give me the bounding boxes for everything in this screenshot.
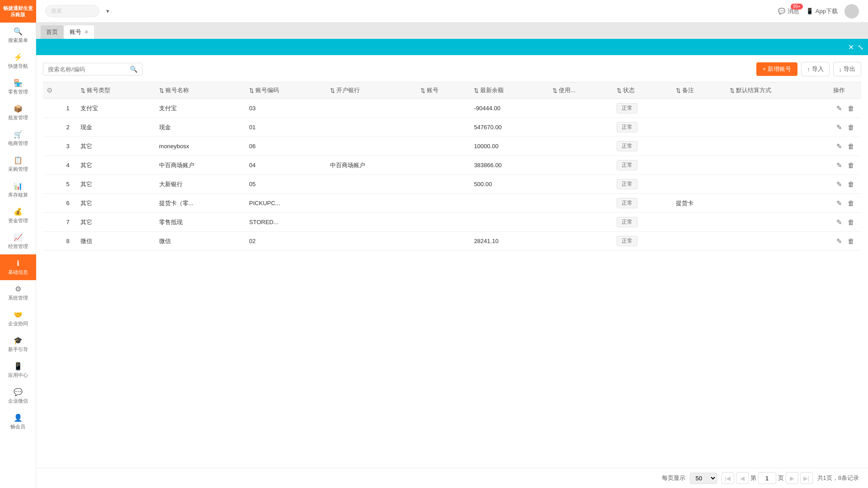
row-index-4: 4 bbox=[59, 156, 77, 175]
delete-btn-5[interactable]: 🗑 bbox=[846, 179, 856, 189]
sidebar-item-quicknav[interactable]: ⚡快捷导航 bbox=[0, 48, 36, 74]
col-usage-sort-icon: ⇅ bbox=[552, 87, 557, 94]
col-index-header bbox=[59, 82, 77, 99]
user-avatar[interactable] bbox=[844, 4, 859, 19]
row-account-6 bbox=[417, 194, 471, 213]
row-note-5 bbox=[672, 175, 726, 194]
col-settlement-sort-icon: ⇅ bbox=[730, 87, 735, 94]
tab-accounts-close[interactable]: ✕ bbox=[84, 29, 89, 35]
sidebar-item-inventory[interactable]: 📊库存核算 bbox=[0, 177, 36, 203]
per-page-select[interactable]: 50 100 200 bbox=[690, 473, 717, 484]
search-text: 搜索 bbox=[51, 7, 62, 15]
col-code-header[interactable]: ⇅账号编码 bbox=[245, 82, 326, 99]
edit-btn-1[interactable]: ✎ bbox=[835, 103, 844, 113]
edit-btn-6[interactable]: ✎ bbox=[835, 198, 844, 208]
next-page-btn[interactable]: ▶ bbox=[786, 472, 798, 484]
row-balance-3: 10000.00 bbox=[470, 137, 549, 156]
sidebar-item-system[interactable]: ⚙系统管理 bbox=[0, 280, 36, 306]
import-button[interactable]: ↑ 导入 bbox=[801, 62, 830, 76]
last-page-btn[interactable]: ▶| bbox=[800, 472, 813, 484]
edit-btn-5[interactable]: ✎ bbox=[835, 179, 844, 189]
edit-btn-2[interactable]: ✎ bbox=[835, 122, 844, 132]
export-button[interactable]: ↓ 导出 bbox=[833, 62, 862, 76]
sidebar: 畅捷通财生意乐账版 🔍搜索菜单⚡快捷导航🏪零售管理📦批发管理🛒电商管理📋采购管理… bbox=[0, 0, 36, 488]
export-icon: ↓ bbox=[839, 66, 842, 73]
sidebar-item-wholesale[interactable]: 📦批发管理 bbox=[0, 100, 36, 126]
delete-btn-6[interactable]: 🗑 bbox=[846, 198, 856, 208]
tab-home[interactable]: 首页 bbox=[41, 25, 63, 39]
toolbar: 🔍 + 新增账号 ↑ 导入 ↓ 导出 bbox=[43, 62, 861, 76]
sidebar-item-basicinfo[interactable]: ℹ基础信息 bbox=[0, 254, 36, 280]
basicinfo-icon: ℹ bbox=[17, 259, 19, 267]
table-row: 8 微信 微信 02 28241.10 正常 ✎ 🗑 bbox=[43, 232, 861, 251]
delete-btn-8[interactable]: 🗑 bbox=[846, 236, 856, 246]
edit-btn-3[interactable]: ✎ bbox=[835, 141, 844, 151]
sidebar-label-appcenter: 应用中心 bbox=[8, 372, 28, 379]
row-usage-7 bbox=[549, 213, 613, 232]
tab-accounts[interactable]: 账号 ✕ bbox=[64, 25, 94, 39]
col-status-header[interactable]: ⇅状态 bbox=[613, 82, 672, 99]
delete-btn-2[interactable]: 🗑 bbox=[846, 122, 856, 132]
col-usage-header[interactable]: ⇅使用... bbox=[549, 82, 613, 99]
page-input[interactable] bbox=[758, 472, 776, 484]
edit-btn-8[interactable]: ✎ bbox=[835, 236, 844, 246]
col-actions-header: 操作 bbox=[830, 82, 861, 99]
col-bank-header[interactable]: ⇅开户银行 bbox=[326, 82, 416, 99]
msg-badge: 99+ bbox=[791, 4, 803, 9]
row-type-5: 其它 bbox=[77, 175, 156, 194]
content-expand-btn[interactable]: ⤡ bbox=[858, 43, 863, 52]
sidebar-label-search: 搜索菜单 bbox=[8, 37, 28, 44]
delete-btn-7[interactable]: 🗑 bbox=[846, 217, 856, 227]
col-settlement-header[interactable]: ⇅默认结算方式 bbox=[726, 82, 830, 99]
topbar-left: 搜索 ▾ bbox=[45, 5, 109, 17]
row-settlement-5 bbox=[726, 175, 830, 194]
search-input[interactable] bbox=[48, 66, 130, 73]
quicknav-icon: ⚡ bbox=[14, 53, 23, 61]
sidebar-item-ecommerce[interactable]: 🛒电商管理 bbox=[0, 126, 36, 151]
row-name-2: 现金 bbox=[156, 118, 245, 137]
sidebar-item-finance[interactable]: 💰资金管理 bbox=[0, 203, 36, 229]
row-status-2: 正常 bbox=[613, 118, 672, 137]
col-note-sort-icon: ⇅ bbox=[676, 87, 681, 94]
col-name-header[interactable]: ⇅账号名称 bbox=[156, 82, 245, 99]
row-settlement-8 bbox=[726, 232, 830, 251]
col-account-header[interactable]: ⇅账号 bbox=[417, 82, 471, 99]
edit-btn-4[interactable]: ✎ bbox=[835, 160, 844, 170]
sidebar-item-operations[interactable]: 📈经营管理 bbox=[0, 229, 36, 254]
sidebar-item-retail[interactable]: 🏪零售管理 bbox=[0, 74, 36, 100]
row-usage-2 bbox=[549, 118, 613, 137]
row-type-6: 其它 bbox=[77, 194, 156, 213]
search-icon[interactable]: 🔍 bbox=[130, 66, 137, 73]
delete-btn-4[interactable]: 🗑 bbox=[846, 160, 856, 170]
content-close-btn[interactable]: ✕ bbox=[848, 43, 854, 52]
row-code-1: 03 bbox=[245, 99, 326, 118]
sidebar-item-guide[interactable]: 🎓新手引导 bbox=[0, 332, 36, 357]
guide-icon: 🎓 bbox=[14, 336, 23, 345]
add-account-button[interactable]: + 新增账号 bbox=[756, 62, 797, 76]
member-icon: 👤 bbox=[14, 413, 23, 422]
app-download-button[interactable]: 📱 App下载 bbox=[806, 7, 838, 15]
sidebar-item-appcenter[interactable]: 📱应用中心 bbox=[0, 357, 36, 383]
col-type-header[interactable]: ⇅账号类型 bbox=[77, 82, 156, 99]
row-status-6: 正常 bbox=[613, 194, 672, 213]
edit-btn-7[interactable]: ✎ bbox=[835, 217, 844, 227]
delete-btn-3[interactable]: 🗑 bbox=[846, 141, 856, 151]
sidebar-item-member[interactable]: 👤畅会员 bbox=[0, 409, 36, 435]
settings-icon[interactable]: ⚙ bbox=[47, 86, 52, 94]
topbar-dropdown[interactable]: ▾ bbox=[106, 8, 109, 14]
sidebar-label-quicknav: 快捷导航 bbox=[8, 63, 28, 70]
col-account-label: 账号 bbox=[427, 86, 439, 94]
col-note-header[interactable]: ⇅备注 bbox=[672, 82, 726, 99]
prev-page-btn[interactable]: ◀ bbox=[736, 472, 749, 484]
msg-button[interactable]: 💬 消息 99+ bbox=[778, 7, 799, 15]
sidebar-item-purchase[interactable]: 📋采购管理 bbox=[0, 151, 36, 177]
delete-btn-1[interactable]: 🗑 bbox=[846, 103, 856, 113]
sidebar-label-finance: 资金管理 bbox=[8, 217, 28, 224]
first-page-btn[interactable]: |◀ bbox=[722, 472, 734, 484]
search-box[interactable]: 🔍 bbox=[43, 63, 142, 75]
sidebar-item-agreement[interactable]: 🤝企业协同 bbox=[0, 306, 36, 332]
row-code-8: 02 bbox=[245, 232, 326, 251]
sidebar-item-corpwx[interactable]: 💬企业微信 bbox=[0, 383, 36, 409]
sidebar-item-search[interactable]: 🔍搜索菜单 bbox=[0, 23, 36, 48]
col-balance-header[interactable]: ⇅最新余额 bbox=[470, 82, 549, 99]
